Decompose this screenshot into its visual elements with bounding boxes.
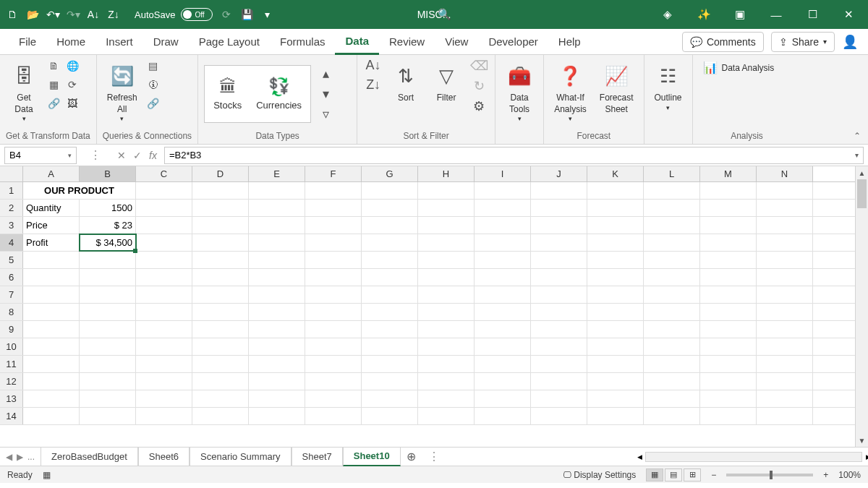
cell[interactable] (362, 304, 418, 320)
cell-a1[interactable]: OUR PRODUCT (23, 182, 136, 199)
edit-links-icon[interactable]: 🔗 (146, 95, 161, 111)
cell[interactable] (531, 304, 587, 320)
select-all-corner[interactable] (0, 166, 23, 181)
cell[interactable] (192, 408, 249, 424)
cell[interactable] (587, 390, 644, 407)
cell[interactable] (192, 373, 249, 390)
cell[interactable] (305, 269, 362, 286)
cell[interactable] (136, 200, 192, 216)
cell[interactable] (475, 182, 531, 199)
cell[interactable] (80, 286, 136, 303)
cell[interactable]: Price (23, 217, 80, 234)
tab-file[interactable]: File (9, 29, 46, 55)
cell-selected[interactable]: $ 34,500 (80, 234, 136, 251)
cell[interactable] (757, 321, 813, 338)
cancel-icon[interactable]: ✕ (117, 150, 126, 161)
cell[interactable] (249, 338, 305, 355)
cell[interactable] (587, 200, 644, 216)
col-header[interactable]: L (644, 166, 700, 181)
horizontal-scrollbar[interactable]: ◀ ▶ (645, 452, 862, 462)
cell[interactable]: Quantity (23, 200, 80, 216)
col-header[interactable]: E (249, 166, 305, 181)
tab-view[interactable]: View (435, 29, 478, 55)
sheet-nav-next-icon[interactable]: ▶ (17, 452, 23, 462)
cell[interactable] (644, 252, 700, 268)
col-header[interactable]: C (136, 166, 192, 181)
scroll-down-icon[interactable]: ▾ (315, 86, 336, 102)
cell[interactable] (192, 217, 249, 234)
cell[interactable] (475, 252, 531, 268)
cell[interactable] (80, 373, 136, 390)
cell[interactable] (757, 338, 813, 355)
cell[interactable] (531, 390, 587, 407)
cell[interactable] (418, 234, 475, 251)
cell[interactable] (305, 321, 362, 338)
minimize-button[interactable]: — (765, 9, 787, 21)
cell[interactable] (249, 321, 305, 338)
cell[interactable] (305, 390, 362, 407)
row-header[interactable]: 5 (0, 252, 23, 268)
col-header[interactable]: F (305, 166, 362, 181)
cell[interactable] (362, 321, 418, 338)
name-box[interactable]: B4 ▾ (4, 147, 77, 164)
row-header[interactable]: 4 (0, 234, 23, 251)
normal-view-icon[interactable]: ▦ (646, 468, 663, 481)
cell[interactable] (249, 286, 305, 303)
cell[interactable] (418, 269, 475, 286)
cell[interactable] (700, 182, 757, 199)
cell[interactable] (587, 217, 644, 234)
scroll-down-icon[interactable]: ▼ (856, 434, 868, 447)
cell[interactable] (23, 304, 80, 320)
cell[interactable] (757, 390, 813, 407)
cell[interactable] (700, 390, 757, 407)
redo-icon[interactable]: ↷▾ (67, 8, 80, 21)
maximize-button[interactable]: ☐ (801, 8, 823, 21)
page-layout-icon[interactable]: ▤ (665, 468, 682, 481)
cell[interactable] (362, 217, 418, 234)
cell[interactable] (644, 304, 700, 320)
page-break-icon[interactable]: ⊞ (684, 468, 701, 481)
col-header[interactable]: N (757, 166, 813, 181)
formula-input[interactable]: =B2*B3 ▾ (164, 147, 864, 164)
outline-button[interactable]: ☷ Outline▾ (650, 58, 686, 115)
cell[interactable] (305, 200, 362, 216)
col-header[interactable]: I (475, 166, 531, 181)
col-header[interactable]: B (80, 166, 136, 181)
col-header[interactable]: K (587, 166, 644, 181)
macro-icon[interactable]: ▦ (43, 470, 51, 480)
cell[interactable] (249, 252, 305, 268)
cell[interactable] (587, 356, 644, 372)
cell[interactable] (475, 356, 531, 372)
cell[interactable] (700, 252, 757, 268)
cell[interactable] (700, 321, 757, 338)
cell[interactable] (362, 356, 418, 372)
cell[interactable] (305, 182, 362, 199)
whatif-button[interactable]: ❓ What-If Analysis▾ (550, 58, 591, 127)
scrollbar-thumb[interactable] (857, 179, 867, 208)
cell[interactable] (192, 390, 249, 407)
cell[interactable] (136, 390, 192, 407)
cell[interactable] (700, 200, 757, 216)
row-header[interactable]: 10 (0, 338, 23, 355)
row-header[interactable]: 14 (0, 408, 23, 424)
cell[interactable] (475, 234, 531, 251)
cell[interactable] (475, 286, 531, 303)
cell[interactable] (418, 286, 475, 303)
cell[interactable] (531, 338, 587, 355)
cell[interactable] (757, 356, 813, 372)
cell[interactable] (80, 338, 136, 355)
cell[interactable] (587, 338, 644, 355)
cell[interactable] (362, 269, 418, 286)
cell[interactable] (531, 217, 587, 234)
qat-more-icon[interactable]: ▾ (260, 8, 273, 21)
cell[interactable] (700, 356, 757, 372)
cell[interactable] (644, 286, 700, 303)
col-header[interactable]: D (192, 166, 249, 181)
display-settings-button[interactable]: 🖵 Display Settings (563, 470, 636, 480)
cell[interactable] (80, 408, 136, 424)
advanced-icon[interactable]: ⚙ (469, 98, 489, 114)
cell[interactable] (249, 304, 305, 320)
cell[interactable] (644, 356, 700, 372)
cell[interactable] (757, 408, 813, 424)
cell[interactable] (192, 356, 249, 372)
